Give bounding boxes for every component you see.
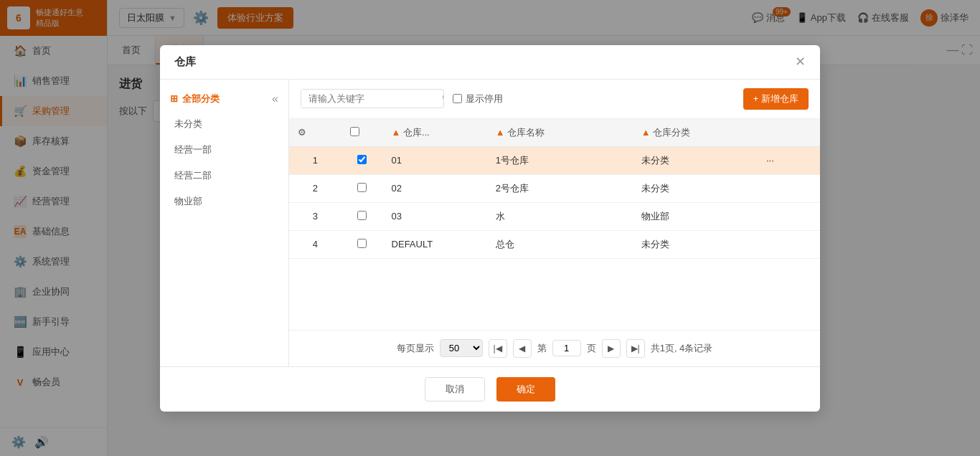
- show-disabled-label[interactable]: 显示停用: [453, 92, 503, 105]
- row-check[interactable]: [341, 146, 383, 174]
- category-item-dept1[interactable]: 经营一部: [160, 137, 288, 163]
- row-no: 1: [289, 146, 341, 174]
- show-disabled-checkbox[interactable]: [453, 94, 462, 103]
- row-action: [758, 230, 820, 258]
- page-number-input[interactable]: [552, 340, 581, 356]
- table-row[interactable]: 3 03 水 物业部: [289, 202, 820, 230]
- row-check[interactable]: [341, 230, 383, 258]
- row-name: 总仓: [487, 230, 633, 258]
- row-name: 2号仓库: [487, 174, 633, 202]
- row-code: 03: [383, 202, 487, 230]
- row-name: 1号仓库: [487, 146, 633, 174]
- next-page-button[interactable]: ▶: [602, 339, 621, 358]
- row-name: 水: [487, 202, 633, 230]
- col-header-check: [341, 119, 383, 147]
- row-no: 2: [289, 174, 341, 202]
- row-no: 3: [289, 202, 341, 230]
- sort-icon: ▲: [392, 127, 401, 138]
- row-category: 物业部: [633, 202, 758, 230]
- first-page-button[interactable]: |◀: [489, 339, 507, 358]
- warehouse-modal: 仓库 ✕ ⊞ 全部分类 « 未分类 经营一部 经营二部 物业部: [160, 45, 820, 412]
- modal-close-button[interactable]: ✕: [795, 55, 806, 68]
- table-row[interactable]: 4 DEFAULT 总仓 未分类: [289, 230, 820, 258]
- add-warehouse-button[interactable]: + 新增仓库: [743, 88, 809, 110]
- modal-header: 仓库 ✕: [160, 45, 820, 80]
- category-item-unclassified[interactable]: 未分类: [160, 111, 288, 137]
- modal-sidebar-title: ⊞ 全部分类: [170, 92, 220, 105]
- col-header-name[interactable]: ▲ 仓库名称: [487, 119, 633, 147]
- col-header-settings: ⚙: [289, 119, 341, 147]
- row-category: 未分类: [633, 174, 758, 202]
- last-page-button[interactable]: ▶|: [626, 339, 645, 358]
- modal-footer: 取消 确定: [160, 366, 820, 412]
- sort-icon-cat: ▲: [641, 127, 651, 138]
- sort-icon-name: ▲: [496, 127, 505, 138]
- col-header-action: [758, 119, 820, 147]
- modal-search-box: 🔍: [301, 89, 444, 108]
- table-row[interactable]: 2 02 2号仓库 未分类: [289, 174, 820, 202]
- row-action: ···: [758, 146, 820, 174]
- table-row[interactable]: 1 01 1号仓库 未分类 ···: [289, 146, 820, 174]
- modal-category-sidebar: ⊞ 全部分类 « 未分类 经营一部 经营二部 物业部: [160, 80, 289, 366]
- grid-icon: ⊞: [170, 93, 178, 104]
- modal-body: ⊞ 全部分类 « 未分类 经营一部 经营二部 物业部 🔍: [160, 80, 820, 366]
- row-category: 未分类: [633, 230, 758, 258]
- modal-pagination: 每页显示 50 100 |◀ ◀ 第 页 ▶ ▶| 共1页, 4条记录: [289, 330, 820, 366]
- per-page-select[interactable]: 50 100: [440, 339, 483, 357]
- category-item-dept2[interactable]: 经营二部: [160, 163, 288, 189]
- confirm-button[interactable]: 确定: [496, 377, 555, 402]
- row-category: 未分类: [633, 146, 758, 174]
- row-action: [758, 174, 820, 202]
- row-action: [758, 202, 820, 230]
- modal-title: 仓库: [174, 55, 196, 69]
- select-all-checkbox[interactable]: [350, 127, 359, 136]
- modal-sidebar-header: ⊞ 全部分类 «: [160, 87, 288, 111]
- row-code: DEFAULT: [383, 230, 487, 258]
- category-item-property[interactable]: 物业部: [160, 189, 288, 214]
- modal-search-button[interactable]: 🔍: [436, 90, 444, 108]
- row-code: 01: [383, 146, 487, 174]
- modal-main: 🔍 显示停用 + 新增仓库 ⚙: [289, 80, 820, 366]
- row-check[interactable]: [341, 174, 383, 202]
- row-no: 4: [289, 230, 341, 258]
- warehouse-table: ⚙ ▲ 仓库... ▲ 仓库名称: [289, 119, 820, 259]
- modal-toolbar: 🔍 显示停用 + 新增仓库: [289, 80, 820, 119]
- modal-table-wrapper: ⚙ ▲ 仓库... ▲ 仓库名称: [289, 119, 820, 330]
- modal-overlay[interactable]: 仓库 ✕ ⊞ 全部分类 « 未分类 经营一部 经营二部 物业部: [0, 0, 980, 456]
- prev-page-button[interactable]: ◀: [513, 339, 532, 358]
- col-header-code[interactable]: ▲ 仓库...: [383, 119, 487, 147]
- modal-search-input[interactable]: [301, 90, 436, 108]
- sidebar-collapse-button[interactable]: «: [272, 92, 278, 105]
- col-header-category[interactable]: ▲ 仓库分类: [633, 119, 758, 147]
- row-code: 02: [383, 174, 487, 202]
- cancel-button[interactable]: 取消: [425, 377, 485, 402]
- row-check[interactable]: [341, 202, 383, 230]
